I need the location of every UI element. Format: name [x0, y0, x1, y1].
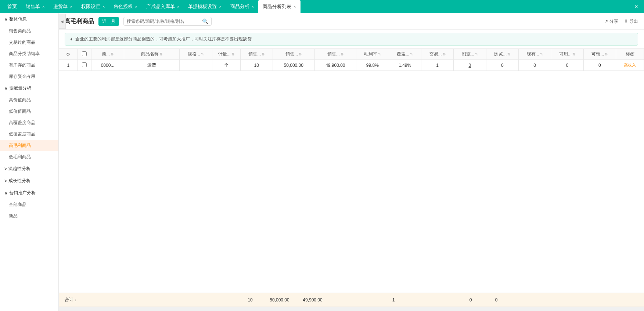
- sort-icon-2[interactable]: ⇅: [111, 52, 114, 56]
- col-header-7[interactable]: 销售...⇅: [273, 49, 314, 60]
- sidebar-collapse-button[interactable]: ◀: [59, 14, 66, 29]
- col-header-5[interactable]: 计量...⇅: [212, 49, 240, 60]
- sidebar-item-低覆盖度商品[interactable]: 低覆盖度商品: [0, 129, 58, 140]
- col-header-10[interactable]: 覆盖...⇅: [389, 49, 421, 60]
- product-unit: 个: [212, 60, 240, 71]
- nav-close-button[interactable]: ×: [70, 4, 72, 9]
- col-header-6[interactable]: 销售...⇅: [240, 49, 273, 60]
- sort-icon-6[interactable]: ⇅: [262, 52, 265, 56]
- current-stock: 0: [518, 60, 551, 71]
- sort-icon-14[interactable]: ⇅: [540, 52, 543, 56]
- share-button[interactable]: ↗ 分享: [604, 18, 618, 25]
- sort-icon-7[interactable]: ⇅: [299, 52, 302, 56]
- col-header-inner-6: 销售...⇅: [244, 51, 270, 57]
- nav-item-销售单[interactable]: 销售单×: [21, 0, 49, 13]
- col-header-11[interactable]: 交易...⇅: [421, 49, 453, 60]
- nav-close-button[interactable]: ×: [294, 4, 296, 9]
- sidebar-item-低毛利商品[interactable]: 低毛利商品: [0, 151, 58, 163]
- sidebar-item-商品分类助销率[interactable]: 商品分类助销率: [0, 48, 58, 59]
- col-header-8[interactable]: 销售...⇅: [314, 49, 356, 60]
- sidebar-item-新品[interactable]: 新品: [0, 210, 58, 222]
- sidebar-item-销售类商品[interactable]: 销售类商品: [0, 25, 58, 37]
- sidebar-item-高价值商品[interactable]: 高价值商品: [0, 94, 58, 106]
- sort-icon-13[interactable]: ⇅: [507, 52, 510, 56]
- sort-icon-10[interactable]: ⇅: [410, 52, 413, 56]
- col-label: 销售...: [285, 51, 298, 57]
- sidebar-item-高覆盖度商品[interactable]: 高覆盖度商品: [0, 117, 58, 129]
- sidebar-item-有库存的商品[interactable]: 有库存的商品: [0, 59, 58, 71]
- search-icon[interactable]: 🔍: [202, 18, 208, 24]
- col-header-inner-5: 计量...⇅: [215, 51, 237, 57]
- footer-cell-2: [120, 297, 145, 303]
- col-header-13[interactable]: 浏览...⇅: [486, 49, 518, 60]
- nav-item-产成品入库单[interactable]: 产成品入库单×: [142, 0, 184, 13]
- product-code: 0000...: [91, 60, 124, 71]
- footer-cell-1: [109, 297, 120, 303]
- close-all-button[interactable]: ×: [631, 3, 641, 11]
- export-button[interactable]: ⬇ 导出: [624, 18, 638, 25]
- footer-cell-10: [355, 297, 381, 303]
- search-input[interactable]: [127, 19, 200, 24]
- footer-cell-15: 0: [483, 297, 509, 303]
- nav-item-权限设置[interactable]: 权限设置×: [77, 0, 109, 13]
- sidebar-item-交易过的商品[interactable]: 交易过的商品: [0, 37, 58, 48]
- sidebar-section-贡献量分析[interactable]: ∨ 贡献量分析: [0, 82, 58, 94]
- sort-icon-16[interactable]: ⇅: [605, 52, 608, 56]
- sidebar-section-流趋性分析[interactable]: > 流趋性分析: [0, 163, 58, 175]
- gross-rate: 99.8%: [356, 60, 389, 71]
- sort-icon-5[interactable]: ⇅: [231, 52, 234, 56]
- col-header-inner-11: 交易...⇅: [424, 51, 450, 57]
- col-header-3[interactable]: 商品名称⇅: [124, 49, 179, 60]
- row-select-checkbox[interactable]: [82, 62, 87, 67]
- period-filter-button[interactable]: 近一月: [98, 17, 119, 26]
- footer-total: 合计： 1050,000.0049,900.00100: [59, 293, 644, 307]
- nav-item-商品分析列表[interactable]: 商品分析列表×: [258, 0, 300, 13]
- sort-icon-12[interactable]: ⇅: [475, 52, 478, 56]
- footer-cell-4: [190, 297, 215, 303]
- nav-close-button[interactable]: ×: [102, 4, 105, 9]
- col-header-14[interactable]: 现有...⇅: [518, 49, 551, 60]
- sidebar-item-低价值商品[interactable]: 低价值商品: [0, 106, 58, 117]
- col-label: 商...: [102, 51, 110, 57]
- col-header-inner-17: 标签: [619, 51, 641, 57]
- col-label: 标签: [626, 51, 634, 57]
- col-header-4[interactable]: 规格...⇅: [180, 49, 212, 60]
- settings-icon[interactable]: ⚙: [66, 52, 70, 57]
- col-label: 浏览...: [494, 51, 507, 57]
- sidebar-item-库存资金占用[interactable]: 库存资金占用: [0, 71, 58, 82]
- sidebar-section-营销推广分析[interactable]: ∨ 营销推广分析: [0, 187, 58, 199]
- nav-close-button[interactable]: ×: [219, 4, 221, 9]
- sort-icon-4[interactable]: ⇅: [201, 52, 204, 56]
- sort-icon-15[interactable]: ⇅: [572, 52, 575, 56]
- nav-right: ×: [631, 3, 641, 11]
- sort-icon-8[interactable]: ⇅: [341, 52, 343, 56]
- col-label: 可用...: [559, 51, 572, 57]
- sort-icon-3[interactable]: ⇅: [159, 52, 162, 56]
- nav-item-角色授权[interactable]: 角色授权×: [109, 0, 141, 13]
- footer-cell-5: [215, 297, 237, 303]
- col-header-15[interactable]: 可用...⇅: [551, 49, 583, 60]
- sidebar-item-全部商品[interactable]: 全部商品: [0, 199, 58, 210]
- nav-item-进货单[interactable]: 进货单×: [49, 0, 76, 13]
- sidebar-section-整体信息[interactable]: ∨ 整体信息: [0, 13, 58, 25]
- nav-close-button[interactable]: ×: [252, 4, 254, 9]
- content-area: ◀ 高毛利商品 近一月 🔍 ↗ 分享 ⬇ 导出 ✦ 企业的主要的利润都是这部: [59, 13, 644, 311]
- nav-item-首页[interactable]: 首页: [3, 0, 21, 13]
- nav-item-商品分析[interactable]: 商品分析×: [226, 0, 258, 13]
- col-header-12[interactable]: 浏览...⇅: [454, 49, 486, 60]
- browse-link[interactable]: 0: [469, 63, 471, 68]
- col-header-16[interactable]: 可销...⇅: [583, 49, 616, 60]
- col-header-9[interactable]: 毛利率⇅: [356, 49, 389, 60]
- select-all-checkbox[interactable]: [82, 51, 87, 56]
- sort-icon-9[interactable]: ⇅: [378, 52, 381, 56]
- sidebar-item-高毛利商品[interactable]: 高毛利商品: [0, 140, 58, 151]
- sort-icon-11[interactable]: ⇅: [443, 52, 446, 56]
- nav-close-button[interactable]: ×: [177, 4, 179, 9]
- nav-close-button[interactable]: ×: [135, 4, 137, 9]
- col-header-2[interactable]: 商...⇅: [91, 49, 124, 60]
- nav-item-单据模板设置[interactable]: 单据模板设置×: [184, 0, 226, 13]
- nav-close-button[interactable]: ×: [42, 4, 44, 9]
- sidebar-section-成长性分析[interactable]: > 成长性分析: [0, 175, 58, 187]
- col-label: 可销...: [591, 51, 604, 57]
- horizontal-scrollbar[interactable]: [59, 307, 644, 311]
